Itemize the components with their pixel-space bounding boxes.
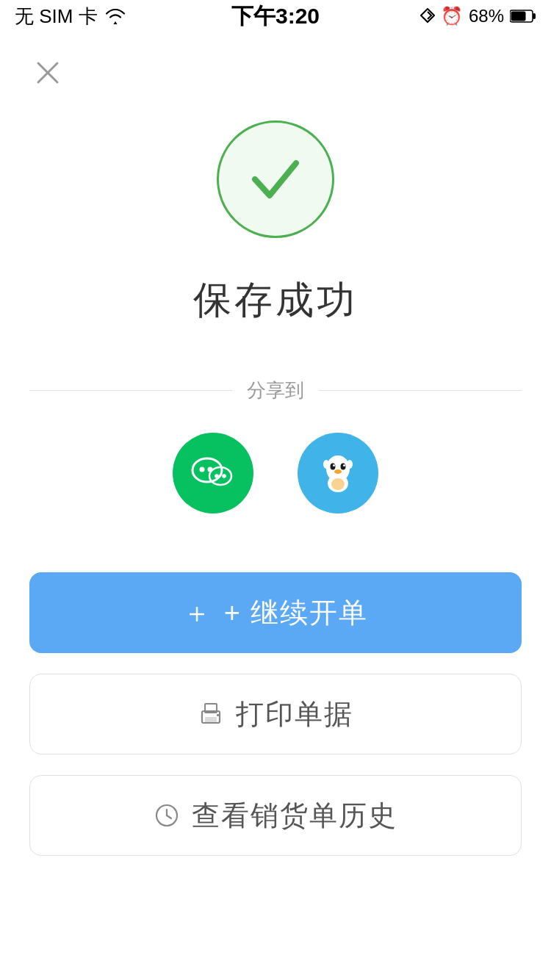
battery-text: 68% bbox=[469, 6, 504, 26]
share-icons-row bbox=[29, 433, 522, 514]
wifi-icon bbox=[105, 8, 126, 24]
success-check-circle bbox=[217, 120, 334, 238]
svg-point-14 bbox=[333, 464, 335, 466]
svg-point-9 bbox=[215, 474, 219, 478]
svg-point-8 bbox=[208, 467, 213, 472]
svg-line-27 bbox=[167, 815, 171, 818]
printer-icon bbox=[198, 701, 224, 727]
success-section: 保存成功 bbox=[0, 91, 551, 363]
view-history-button[interactable]: 查看销货单历史 bbox=[29, 775, 522, 856]
continue-order-label: + 继续开单 bbox=[224, 594, 369, 632]
svg-point-7 bbox=[200, 467, 205, 472]
share-section: 分享到 bbox=[0, 378, 551, 550]
share-divider: 分享到 bbox=[29, 378, 522, 403]
battery-icon bbox=[510, 9, 536, 24]
plus-icon: ＋ bbox=[183, 594, 212, 632]
location-icon bbox=[420, 8, 435, 24]
qq-share-button[interactable] bbox=[298, 433, 378, 514]
svg-point-12 bbox=[331, 464, 336, 470]
svg-point-19 bbox=[323, 460, 329, 469]
print-receipt-button[interactable]: 打印单据 bbox=[29, 674, 522, 754]
status-bar: 无 SIM 卡 下午3:20 ⏰ 68% bbox=[0, 0, 551, 32]
svg-point-5 bbox=[192, 458, 222, 482]
svg-point-16 bbox=[334, 469, 342, 474]
svg-rect-22 bbox=[205, 717, 217, 723]
svg-point-18 bbox=[331, 478, 345, 490]
buttons-section: ＋ + 继续开单 打印单据 查看销货单历史 bbox=[0, 550, 551, 856]
svg-rect-1 bbox=[533, 13, 536, 19]
svg-point-10 bbox=[222, 474, 226, 478]
share-label: 分享到 bbox=[247, 378, 304, 403]
svg-point-15 bbox=[343, 464, 345, 466]
divider-right bbox=[319, 390, 522, 391]
svg-rect-24 bbox=[217, 714, 219, 716]
status-left: 无 SIM 卡 bbox=[15, 4, 126, 29]
alarm-icon: ⏰ bbox=[441, 6, 463, 26]
wechat-share-button[interactable] bbox=[173, 433, 253, 514]
no-sim-text: 无 SIM 卡 bbox=[15, 4, 98, 29]
close-button[interactable] bbox=[29, 54, 66, 91]
divider-left bbox=[29, 390, 232, 391]
clock-icon bbox=[154, 802, 180, 829]
print-label: 打印单据 bbox=[236, 696, 353, 733]
close-area bbox=[0, 32, 551, 91]
continue-order-button[interactable]: ＋ + 继续开单 bbox=[29, 572, 522, 653]
svg-point-13 bbox=[341, 464, 346, 470]
history-label: 查看销货单历史 bbox=[192, 797, 397, 835]
status-time: 下午3:20 bbox=[231, 1, 320, 32]
status-right: ⏰ 68% bbox=[420, 6, 536, 26]
svg-point-20 bbox=[347, 460, 353, 469]
success-title: 保存成功 bbox=[193, 275, 358, 326]
svg-rect-2 bbox=[511, 12, 526, 21]
